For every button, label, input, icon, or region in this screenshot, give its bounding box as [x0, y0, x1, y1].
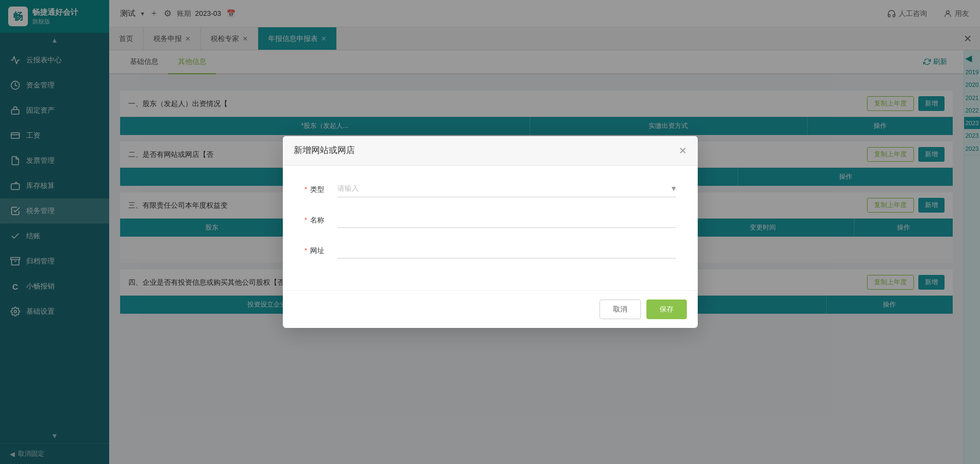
form-row-name: * 名称: [305, 213, 676, 228]
save-button[interactable]: 保存: [646, 299, 687, 319]
url-input[interactable]: [337, 243, 676, 256]
url-label-text: 网址: [310, 246, 324, 255]
name-input-wrap: [337, 213, 676, 228]
form-row-type: * 类型 ▾: [305, 182, 676, 197]
dialog-close-button[interactable]: ✕: [679, 146, 687, 156]
dialog-body: * 类型 ▾ * 名称 *: [283, 166, 698, 290]
name-label: * 名称: [305, 215, 337, 225]
type-label: * 类型: [305, 185, 337, 195]
type-input-wrap: ▾: [337, 182, 676, 197]
dialog-header: 新增网站或网店 ✕: [283, 136, 698, 166]
add-website-dialog: 新增网站或网店 ✕ * 类型 ▾ * 名称: [283, 136, 698, 328]
type-dropdown-icon[interactable]: ▾: [672, 183, 676, 193]
url-required-mark: *: [305, 246, 307, 255]
name-required-mark: *: [305, 216, 307, 224]
cancel-button[interactable]: 取消: [599, 299, 641, 319]
dialog-title: 新增网站或网店: [294, 145, 355, 156]
type-required-mark: *: [305, 185, 307, 193]
type-input[interactable]: [337, 182, 676, 195]
form-row-url: * 网址: [305, 243, 676, 259]
dialog-overlay: 新增网站或网店 ✕ * 类型 ▾ * 名称: [0, 0, 980, 464]
url-input-wrap: [337, 243, 676, 259]
url-label: * 网址: [305, 246, 337, 256]
type-label-text: 类型: [310, 185, 324, 193]
name-input[interactable]: [337, 213, 676, 225]
name-label-text: 名称: [310, 216, 324, 224]
dialog-footer: 取消 保存: [283, 290, 698, 328]
